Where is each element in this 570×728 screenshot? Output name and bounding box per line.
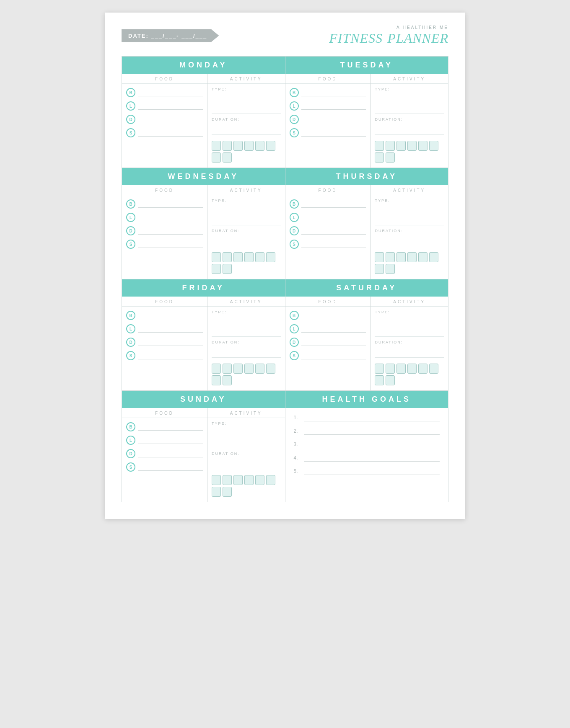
meal-d-badge: D [126,115,135,124]
water-cup [396,364,406,374]
thursday-activity-col: ACTIVITY TYPE: DURATION: [370,185,448,279]
water-cup [375,375,384,385]
food-row-s: S [290,351,366,360]
friday-water-tracker [212,361,281,387]
water-cup [418,141,428,151]
meal-d-badge: D [290,115,299,124]
food-row-b: B [126,88,203,97]
meal-d-badge: D [290,226,299,235]
wednesday-activity-content: TYPE: DURATION: [207,195,285,279]
wednesday-activity-label: ACTIVITY [207,185,285,195]
food-line-d [138,227,203,235]
water-cup [375,252,384,262]
water-cup [375,364,384,374]
thursday-header: THURSDAY [285,168,448,185]
food-line-l [138,325,203,333]
saturday-food-label: FOOD [285,297,370,307]
water-cup [375,152,384,163]
saturday-duration-area [375,346,444,358]
food-row-s: S [290,240,366,249]
water-cup [233,475,243,485]
food-line-s [138,463,203,471]
goal-line-4 [304,454,440,462]
tuesday-duration-area [375,123,444,135]
tuesday-activity-label: ACTIVITY [370,74,448,84]
water-cup [386,252,395,262]
monday-activity-label: ACTIVITY [207,74,285,84]
tuesday-type-label: TYPE: [375,87,444,91]
goal-row-2: 2. [294,427,440,435]
friday-header: FRIDAY [122,279,285,297]
water-cup [266,252,275,262]
food-line-d [138,450,203,457]
saturday-activity-label: ACTIVITY [370,297,448,307]
food-row-b: B [290,199,366,209]
food-row-l: L [126,213,203,222]
water-cup [212,364,221,374]
goal-num-1: 1. [294,415,301,421]
water-cup [244,364,254,374]
food-row-d: D [126,338,203,347]
tuesday-block: TUESDAY FOOD B L [285,57,448,168]
water-cup [212,375,221,385]
goal-num-5: 5. [294,468,301,474]
food-line-s [138,240,203,248]
water-cup [233,141,243,151]
monday-activity-col: ACTIVITY TYPE: DURATION: [207,74,285,168]
meal-d-badge: D [290,338,299,347]
thursday-type-area [375,204,444,225]
tuesday-activity-col: ACTIVITY TYPE: DURATION: [370,74,448,168]
meal-l-badge: L [126,101,135,111]
tuesday-content: FOOD B L D [285,74,448,168]
food-row-s: S [126,240,203,249]
food-line-s [301,352,366,359]
meal-d-badge: D [126,338,135,347]
wednesday-content: FOOD B L D [122,185,285,279]
brand: A HEALTHIER ME FITNESS Planner [329,25,448,46]
food-row-b: B [290,311,366,320]
health-goals-content: 1. 2. 3. 4. [285,408,448,481]
food-row-l: L [290,101,366,111]
sunday-block: SUNDAY FOOD B L [122,391,285,502]
friday-activity-col: ACTIVITY TYPE: DURATION: [207,297,285,390]
header: DATE: ___/___- ___/___ A HEALTHIER ME FI… [122,25,448,46]
water-cup [233,252,243,262]
health-goals-block: HEALTH GOALS 1. 2. 3. 4. [285,391,448,502]
tuesday-food-label: FOOD [285,74,370,84]
water-cup [223,264,232,274]
thursday-food-col: FOOD B L D [285,185,371,279]
friday-activity-label: ACTIVITY [207,297,285,307]
tuesday-duration-label: DURATION: [375,117,444,121]
water-cup [223,375,232,385]
thursday-food-items: B L D S [285,195,370,252]
water-cup [212,487,221,497]
food-line-l [138,436,203,444]
wednesday-block: WEDNESDAY FOOD B L [122,168,285,279]
food-row-l: L [126,324,203,333]
sunday-type-area [212,427,281,448]
water-cup [233,364,243,374]
water-cup [223,364,232,374]
water-cup [255,364,264,374]
meal-s-badge: S [126,240,135,249]
friday-duration-label: DURATION: [212,340,281,344]
meal-l-badge: L [290,101,299,111]
wednesday-type-area [212,204,281,225]
wednesday-food-label: FOOD [122,185,207,195]
water-cup [223,487,232,497]
food-line-d [301,116,366,123]
water-cup [386,141,395,151]
water-cup [407,252,417,262]
water-cup [386,152,395,163]
tuesday-water-tracker [375,138,444,164]
food-line-b [138,312,203,319]
brand-bottom: FITNESS Planner [329,31,448,46]
food-line-l [301,214,366,221]
water-cup [266,364,275,374]
meal-b-badge: B [290,88,299,97]
goal-num-4: 4. [294,455,301,461]
tuesday-food-col: FOOD B L D [285,74,371,168]
wednesday-duration-area [212,235,281,246]
food-row-l: L [290,324,366,333]
water-cup [396,141,406,151]
